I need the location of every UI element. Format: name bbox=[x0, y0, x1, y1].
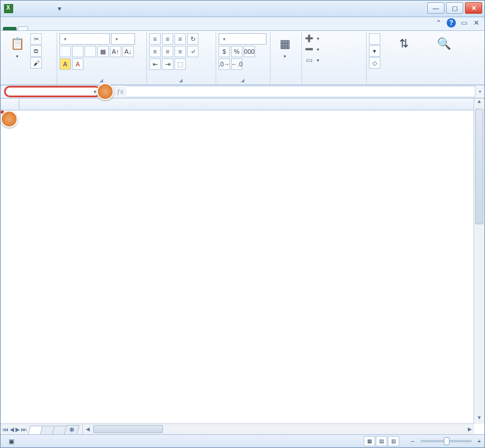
minimize-ribbon-icon[interactable]: ⌃ bbox=[434, 18, 443, 27]
format-painter-icon[interactable]: 🖌 bbox=[30, 57, 42, 69]
currency-icon[interactable]: $ bbox=[218, 46, 230, 57]
scroll-up-icon[interactable]: ▲ bbox=[474, 98, 484, 108]
maximize-button[interactable]: ▢ bbox=[446, 2, 463, 14]
paste-button[interactable]: 📋 ▾ bbox=[5, 33, 29, 59]
copy-icon[interactable]: ⧉ bbox=[30, 45, 42, 57]
qat-more-icon[interactable]: ▾ bbox=[54, 3, 65, 14]
help-icon[interactable]: ? bbox=[447, 18, 456, 27]
paste-icon: 📋 bbox=[8, 34, 26, 53]
name-box[interactable]: ▾ bbox=[4, 86, 101, 97]
insert-row-icon: ➕ bbox=[304, 34, 313, 43]
sort-filter-button[interactable]: ⇅ bbox=[384, 33, 424, 54]
insert-cells-button[interactable]: ➕ ▾ bbox=[304, 33, 319, 43]
sheet-first-icon[interactable]: ⏮ bbox=[3, 426, 9, 433]
sheet-next-icon[interactable]: ▶ bbox=[15, 426, 20, 433]
increase-font-icon[interactable]: A↑ bbox=[110, 46, 121, 57]
scroll-down-icon[interactable]: ▼ bbox=[474, 415, 484, 424]
tab-foxit[interactable] bbox=[105, 26, 116, 30]
decrease-decimal-icon[interactable]: ←.0 bbox=[231, 58, 242, 70]
hscroll-thumb[interactable] bbox=[93, 425, 163, 433]
tab-insert[interactable] bbox=[27, 26, 38, 30]
align-bottom-icon[interactable]: ≡ bbox=[174, 33, 186, 45]
tab-home[interactable] bbox=[18, 26, 28, 30]
page-break-view-icon[interactable]: ▥ bbox=[388, 436, 399, 446]
zoom-out-icon[interactable]: − bbox=[411, 438, 414, 445]
minimize-button[interactable]: — bbox=[427, 2, 444, 14]
italic-button[interactable] bbox=[72, 46, 84, 57]
tab-view[interactable] bbox=[76, 26, 86, 30]
group-clipboard: 📋 ▾ ✂ ⧉ 🖌 bbox=[3, 32, 57, 85]
close-button[interactable]: ✕ bbox=[465, 2, 482, 14]
align-left-icon[interactable]: ≡ bbox=[149, 46, 161, 57]
scroll-left-icon[interactable]: ◀ bbox=[83, 424, 92, 434]
align-middle-icon[interactable]: ≡ bbox=[162, 33, 173, 45]
tab-abbyy[interactable] bbox=[115, 26, 125, 30]
increase-decimal-icon[interactable]: .0→ bbox=[218, 58, 230, 70]
macro-record-icon[interactable]: ▣ bbox=[9, 438, 14, 445]
align-top-icon[interactable]: ≡ bbox=[149, 33, 161, 45]
autosum-button[interactable] bbox=[369, 33, 380, 45]
orientation-icon[interactable]: ↻ bbox=[187, 33, 198, 45]
cut-icon[interactable]: ✂ bbox=[30, 33, 42, 45]
format-cells-button[interactable]: ▭ ▾ bbox=[304, 55, 319, 65]
bold-button[interactable] bbox=[59, 46, 71, 57]
align-right-icon[interactable]: ≡ bbox=[174, 46, 186, 57]
align-center-icon[interactable]: ≡ bbox=[162, 46, 173, 57]
undo-icon[interactable] bbox=[29, 3, 39, 14]
ribbon: 📋 ▾ ✂ ⧉ 🖌 ▾ ▾ bbox=[1, 31, 484, 85]
merge-button[interactable]: ⬚ bbox=[174, 58, 186, 70]
format-icon: ▭ bbox=[304, 55, 313, 65]
tab-formulas[interactable] bbox=[47, 26, 57, 30]
find-select-button[interactable]: 🔍 bbox=[425, 33, 463, 54]
file-tab[interactable] bbox=[3, 27, 17, 30]
font-color-button[interactable]: A bbox=[72, 58, 84, 70]
font-size-combo[interactable]: ▾ bbox=[111, 33, 135, 45]
vscroll-thumb[interactable] bbox=[475, 109, 483, 224]
comma-icon[interactable]: 000 bbox=[244, 46, 255, 57]
group-font: ▾ ▾ ▦ A↑ A↓ A A ◢ bbox=[57, 32, 147, 85]
delete-cells-button[interactable]: ➖ ▾ bbox=[304, 44, 319, 54]
zoom-knob[interactable] bbox=[444, 437, 450, 445]
clear-button[interactable]: ◇ bbox=[369, 57, 380, 69]
zoom-in-icon[interactable]: + bbox=[478, 438, 481, 445]
formula-input[interactable] bbox=[126, 86, 475, 97]
select-all-corner[interactable] bbox=[1, 98, 19, 110]
tab-review[interactable] bbox=[66, 26, 77, 30]
redo-icon[interactable] bbox=[42, 3, 52, 14]
number-format-combo[interactable]: ▾ bbox=[218, 33, 267, 45]
normal-view-icon[interactable]: ▦ bbox=[364, 436, 375, 446]
wrap-text-icon[interactable]: ⤶ bbox=[187, 46, 198, 57]
fill-button[interactable]: ▾ bbox=[369, 45, 380, 57]
sheet-last-icon[interactable]: ⏭ bbox=[21, 426, 27, 433]
fill-color-button[interactable]: A bbox=[59, 58, 71, 70]
styles-button[interactable]: ▦ ▾ bbox=[273, 33, 297, 59]
fullscreen-icon[interactable]: ▭ bbox=[459, 18, 468, 27]
save-icon[interactable] bbox=[17, 3, 27, 14]
tab-data[interactable] bbox=[57, 26, 67, 30]
decrease-font-icon[interactable]: A↓ bbox=[122, 46, 134, 57]
border-button[interactable]: ▦ bbox=[97, 46, 109, 57]
titlebar: ▾ — ▢ ✕ bbox=[1, 1, 484, 17]
vertical-scrollbar[interactable]: ▲ ▼ bbox=[474, 98, 484, 424]
tab-layout[interactable] bbox=[37, 26, 47, 30]
new-sheet-icon[interactable]: ✻ bbox=[64, 425, 79, 434]
horizontal-scrollbar[interactable]: ◀ ▶ bbox=[82, 424, 474, 434]
tab-developer[interactable] bbox=[86, 26, 96, 30]
decrease-indent-icon[interactable]: ⇤ bbox=[149, 58, 161, 70]
workbook-close-icon[interactable]: ✕ bbox=[472, 18, 481, 27]
zoom-slider[interactable] bbox=[420, 440, 472, 442]
page-layout-view-icon[interactable]: ▤ bbox=[376, 436, 387, 446]
scroll-right-icon[interactable]: ▶ bbox=[465, 424, 474, 434]
percent-icon[interactable]: % bbox=[231, 46, 242, 57]
fx-icon[interactable]: ƒx bbox=[116, 88, 124, 95]
expand-formula-bar-icon[interactable]: ▾ bbox=[475, 89, 484, 94]
sheet-prev-icon[interactable]: ◀ bbox=[10, 426, 14, 433]
name-box-dropdown-icon[interactable]: ▾ bbox=[94, 89, 96, 94]
grid[interactable] bbox=[1, 98, 474, 424]
window-controls: — ▢ ✕ bbox=[427, 2, 482, 14]
tab-addins[interactable] bbox=[96, 26, 106, 30]
increase-indent-icon[interactable]: ⇥ bbox=[162, 58, 173, 70]
underline-button[interactable] bbox=[85, 46, 96, 57]
font-name-combo[interactable]: ▾ bbox=[59, 33, 110, 45]
cells-group-label bbox=[304, 82, 364, 84]
